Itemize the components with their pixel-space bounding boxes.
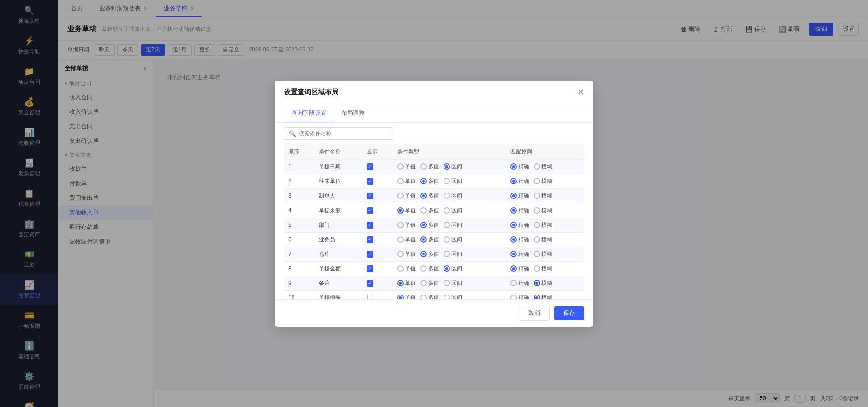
cell-type: 单值 多值 区间 — [393, 261, 506, 276]
radio-exact-8[interactable]: 精确 — [510, 265, 529, 273]
show-checkbox-4[interactable] — [367, 207, 373, 214]
radio-multi-9[interactable]: 多值 — [420, 280, 439, 287]
table-row: 7仓库 单值 多值 区间 精确 模糊 — [284, 247, 584, 261]
search-icon: 🔍 — [289, 130, 296, 137]
show-checkbox-9[interactable] — [367, 280, 373, 287]
modal-save-button[interactable]: 保存 — [554, 306, 584, 320]
radio-single-1[interactable]: 单值 — [397, 163, 416, 171]
cell-match: 精确 模糊 — [506, 261, 584, 276]
col-order: 顺序 — [284, 144, 314, 160]
radio-exact-3[interactable]: 精确 — [510, 192, 529, 200]
cancel-button[interactable]: 取消 — [519, 306, 550, 321]
radio-multi-5[interactable]: 多值 — [420, 221, 439, 229]
radio-fuzzy-2[interactable]: 模糊 — [534, 178, 552, 185]
cell-match: 精确 模糊 — [506, 188, 584, 203]
radio-exact-1[interactable]: 精确 — [510, 163, 529, 171]
cell-show[interactable] — [362, 276, 393, 290]
col-match: 匹配原则 — [506, 144, 584, 160]
radio-single-5[interactable]: 单值 — [397, 221, 416, 229]
modal-search-input[interactable] — [299, 130, 388, 137]
modal-close-button[interactable]: ✕ — [577, 88, 584, 96]
radio-fuzzy-5[interactable]: 模糊 — [534, 221, 552, 229]
show-checkbox-8[interactable] — [367, 265, 373, 272]
cell-type: 单值 多值 区间 — [393, 247, 506, 261]
radio-exact-5[interactable]: 精确 — [510, 221, 529, 229]
radio-multi-2[interactable]: 多值 — [420, 178, 439, 185]
radio-fuzzy-8[interactable]: 模糊 — [534, 265, 552, 273]
radio-exact-2[interactable]: 精确 — [510, 178, 529, 185]
cell-name: 往来单位 — [314, 174, 362, 188]
table-row: 2往来单位 单值 多值 区间 精确 模糊 — [284, 174, 584, 188]
cell-order: 5 — [284, 218, 314, 232]
radio-multi-4[interactable]: 多值 — [420, 207, 439, 214]
table-row: 9备注 单值 多值 区间 精确 模糊 — [284, 276, 584, 290]
cell-match: 精确 模糊 — [506, 159, 584, 174]
radio-single-8[interactable]: 单值 — [397, 265, 416, 273]
radio-multi-1[interactable]: 多值 — [420, 163, 439, 171]
show-checkbox-7[interactable] — [367, 251, 373, 258]
radio-range-4[interactable]: 区间 — [444, 207, 462, 214]
cell-type: 单值 多值 区间 — [393, 276, 506, 290]
radio-single-2[interactable]: 单值 — [397, 178, 416, 185]
radio-exact-4[interactable]: 精确 — [510, 207, 529, 214]
radio-single-9[interactable]: 单值 — [397, 280, 416, 287]
show-checkbox-6[interactable] — [367, 236, 373, 243]
radio-single-6[interactable]: 单值 — [397, 236, 416, 244]
show-checkbox-1[interactable] — [367, 163, 373, 170]
radio-multi-10[interactable]: 多值 — [420, 294, 439, 299]
radio-fuzzy-1[interactable]: 模糊 — [534, 163, 552, 171]
cell-type: 单值 多值 区间 — [393, 290, 506, 299]
radio-exact-6[interactable]: 精确 — [510, 236, 529, 244]
table-row: 4单据来源 单值 多值 区间 精确 模糊 — [284, 203, 584, 218]
radio-multi-8[interactable]: 多值 — [420, 265, 439, 273]
show-checkbox-10[interactable] — [367, 295, 373, 299]
modal-tab-fields[interactable]: 查询字段设置 — [284, 104, 334, 122]
radio-multi-7[interactable]: 多值 — [420, 250, 439, 258]
show-checkbox-5[interactable] — [367, 222, 373, 229]
radio-fuzzy-3[interactable]: 模糊 — [534, 192, 552, 200]
modal-overlay[interactable]: 设置查询区域布局 ✕ 查询字段设置 布局调整 🔍 顺序 条件名称 显示 — [0, 0, 868, 407]
radio-multi-3[interactable]: 多值 — [420, 192, 439, 200]
modal-tabs: 查询字段设置 布局调整 — [275, 104, 593, 123]
radio-fuzzy-6[interactable]: 模糊 — [534, 236, 552, 244]
radio-range-8[interactable]: 区间 — [444, 265, 462, 273]
radio-multi-6[interactable]: 多值 — [420, 236, 439, 244]
show-checkbox-2[interactable] — [367, 178, 373, 185]
cell-show[interactable] — [362, 218, 393, 232]
cell-type: 单值 多值 区间 — [393, 188, 506, 203]
radio-single-4[interactable]: 单值 — [397, 207, 416, 214]
radio-exact-7[interactable]: 精确 — [510, 250, 529, 258]
cell-name: 单据编号 — [314, 290, 362, 299]
radio-range-7[interactable]: 区间 — [444, 250, 462, 258]
cell-show[interactable] — [362, 174, 393, 188]
radio-fuzzy-10[interactable]: 模糊 — [534, 294, 552, 299]
radio-range-5[interactable]: 区间 — [444, 221, 462, 229]
cell-show[interactable] — [362, 247, 393, 261]
radio-exact-10[interactable]: 精确 — [510, 294, 529, 299]
modal-tab-layout[interactable]: 布局调整 — [334, 104, 372, 122]
cell-show[interactable] — [362, 290, 393, 299]
radio-single-7[interactable]: 单值 — [397, 250, 416, 258]
radio-fuzzy-9[interactable]: 模糊 — [534, 280, 552, 287]
radio-range-1[interactable]: 区间 — [444, 163, 462, 171]
radio-single-10[interactable]: 单值 — [397, 294, 416, 299]
cell-show[interactable] — [362, 232, 393, 247]
show-checkbox-3[interactable] — [367, 193, 373, 199]
radio-fuzzy-4[interactable]: 模糊 — [534, 207, 552, 214]
radio-range-2[interactable]: 区间 — [444, 178, 462, 185]
cell-type: 单值 多值 区间 — [393, 159, 506, 174]
cell-order: 1 — [284, 159, 314, 174]
radio-fuzzy-7[interactable]: 模糊 — [534, 250, 552, 258]
radio-single-3[interactable]: 单值 — [397, 192, 416, 200]
cell-show[interactable] — [362, 203, 393, 218]
cell-match: 精确 模糊 — [506, 174, 584, 188]
cell-show[interactable] — [362, 188, 393, 203]
radio-range-9[interactable]: 区间 — [444, 280, 462, 287]
table-row: 3制单人 单值 多值 区间 精确 模糊 — [284, 188, 584, 203]
radio-range-6[interactable]: 区间 — [444, 236, 462, 244]
radio-range-3[interactable]: 区间 — [444, 192, 462, 200]
cell-show[interactable] — [362, 159, 393, 174]
radio-range-10[interactable]: 区间 — [444, 294, 462, 299]
radio-exact-9[interactable]: 精确 — [510, 280, 529, 287]
cell-show[interactable] — [362, 261, 393, 276]
